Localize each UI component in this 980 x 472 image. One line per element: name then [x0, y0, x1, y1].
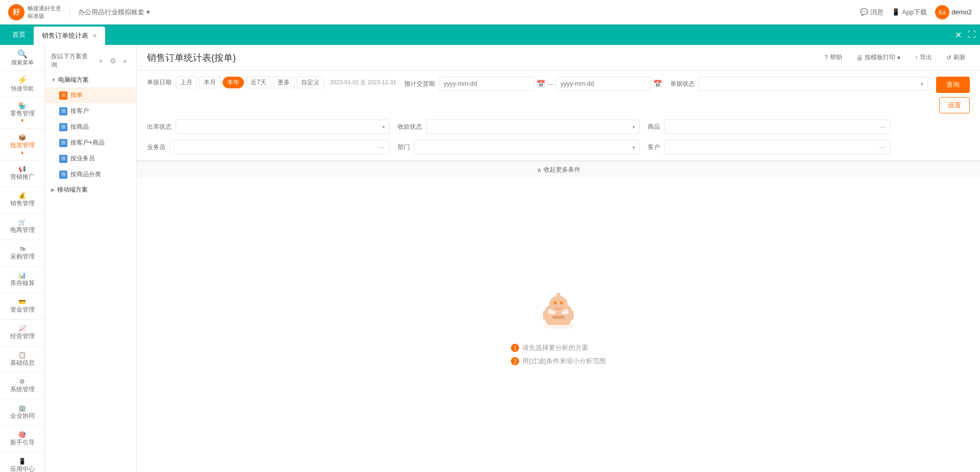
payment-status-select[interactable]: ▾	[426, 120, 640, 134]
svg-rect-4	[552, 316, 565, 319]
collapse-bar[interactable]: ∧ 收起更多条件	[137, 161, 980, 178]
scheme-item-by-salesperson[interactable]: 按 按业务员	[45, 151, 136, 167]
scheme-item-by-customer[interactable]: 按 按客户	[45, 103, 136, 119]
this-month-btn[interactable]: 本月	[199, 77, 220, 88]
last7days-btn[interactable]: 近7天	[246, 77, 271, 88]
shipment-status-select[interactable]: ▾	[176, 120, 389, 134]
payment-arrow-icon: ▾	[632, 124, 635, 130]
print-icon: 🖨	[856, 54, 863, 61]
empty-state-illustration	[533, 282, 584, 335]
sidebar-item-operations[interactable]: 📈 经营管理	[0, 320, 44, 346]
salesperson-dots-icon[interactable]: ···	[379, 143, 385, 151]
retail-icon: 🏪	[18, 102, 26, 109]
scheme-panel-header: 按以下方案查询 + ⚙ «	[45, 49, 136, 73]
scheme-item-by-category[interactable]: 按 按商品分类	[45, 167, 136, 182]
logo-area[interactable]: 好 畅捷通好生意 标准版	[8, 4, 61, 20]
delivery-end-calendar-icon[interactable]: 📅	[653, 80, 662, 88]
order-status-label: 单据状态	[670, 80, 695, 88]
scheme-item-by-goods[interactable]: 按 按商品	[45, 119, 136, 135]
newbie-icon: 🎯	[18, 431, 26, 438]
delivery-date-end-input[interactable]	[556, 77, 651, 91]
delivery-date-start-input[interactable]	[439, 77, 534, 91]
sidebar-shortcut[interactable]: ⚡ 快捷导航	[0, 71, 44, 97]
sidebar-item-enterprise[interactable]: 🏢 企业协同	[0, 399, 44, 426]
sidebar-item-marketing[interactable]: 📢 营销推广	[0, 160, 44, 187]
settings-scheme-button[interactable]: ⚙	[108, 56, 118, 66]
refresh-button[interactable]: ↺ 刷新	[942, 51, 970, 64]
custom-btn[interactable]: 自定义	[297, 77, 324, 88]
help-button[interactable]: ? 帮助	[820, 51, 846, 64]
scheme-item-by-customer-goods[interactable]: 按 按客户+商品	[45, 135, 136, 151]
customer-dots-icon[interactable]: ···	[879, 143, 886, 151]
sidebar-item-ecommerce[interactable]: 🛒 电商管理	[0, 214, 44, 240]
app-download-button[interactable]: 📱 App下载	[892, 8, 927, 17]
sidebar-item-finance[interactable]: 💳 资金管理	[0, 293, 44, 320]
pc-group-arrow: ▼	[51, 77, 56, 83]
order-status-select[interactable]: ▾	[699, 77, 928, 91]
tab-close-icon[interactable]: ✕	[92, 33, 97, 39]
department-select[interactable]: ▾	[414, 140, 640, 154]
salesperson-select[interactable]: ···	[169, 140, 389, 154]
tabs: 首页 销售订单统计表 ✕	[4, 25, 105, 45]
nav-separator	[69, 7, 70, 17]
inventory-icon: 📊	[18, 272, 26, 279]
window-close-icon[interactable]: ✕	[955, 30, 962, 40]
scheme-item-by-order[interactable]: 按 按单	[45, 87, 136, 103]
export-button[interactable]: ↑ 导出	[911, 51, 936, 64]
scheme-item-icon-goods: 按	[59, 123, 67, 131]
date-label: 单据日期	[147, 78, 172, 87]
scheme-item-icon-custgoods: 按	[59, 139, 67, 147]
page-header: 销售订单统计表(按单) ? 帮助 🖨 按模板打印 ▾ ↑	[137, 45, 980, 70]
svg-point-8	[554, 301, 557, 304]
content-area: 按以下方案查询 + ⚙ « ▼ 电脑端方案 按 按单 按 按客户	[45, 45, 980, 472]
scheme-group-mobile: ▶ 移动端方案	[45, 182, 136, 197]
scheme-panel: 按以下方案查询 + ⚙ « ▼ 电脑端方案 按 按单 按 按客户	[45, 45, 137, 472]
refresh-icon: ↺	[946, 54, 951, 61]
delivery-start-calendar-icon[interactable]: 📅	[536, 80, 545, 88]
svg-point-7	[549, 296, 568, 312]
logo-text: 畅捷通好生意 标准版	[28, 5, 61, 19]
goods-dots-icon[interactable]: ···	[879, 123, 886, 131]
sidebar-item-basic[interactable]: 📋 基础信息	[0, 346, 44, 373]
tab-home[interactable]: 首页	[4, 25, 34, 45]
sidebar-item-retail[interactable]: 🏪 零售管理 ▼	[0, 97, 44, 129]
date-separator: —	[547, 80, 554, 88]
this-year-btn[interactable]: 本年	[223, 77, 244, 88]
ecommerce-icon: 🛒	[18, 219, 26, 226]
svg-point-11	[556, 293, 560, 297]
scheme-group-pc-title[interactable]: ▼ 电脑端方案	[45, 73, 136, 87]
sidebar-item-newbie[interactable]: 🎯 新手引导	[0, 426, 44, 453]
sidebar-item-system[interactable]: ⚙ 系统管理	[0, 373, 44, 399]
collapse-scheme-button[interactable]: «	[120, 56, 130, 66]
query-button[interactable]: 查询	[936, 77, 970, 93]
sidebar-item-wholesale[interactable]: 📦 批发管理 ▲	[0, 129, 44, 160]
messages-button[interactable]: 💬 消息	[860, 8, 884, 17]
mobile-group-arrow: ▶	[51, 187, 55, 193]
tab-bar: 首页 销售订单统计表 ✕ ✕ ⛶	[0, 25, 980, 45]
scheme-group-mobile-title[interactable]: ▶ 移动端方案	[45, 182, 136, 197]
sidebar-search[interactable]: 🔍 搜索菜单	[0, 45, 44, 71]
empty-hint-1: 1 请先选择要分析的方案	[511, 341, 605, 355]
customer-select[interactable]: ···	[664, 140, 890, 154]
finance-icon: 💳	[18, 298, 26, 305]
sidebar-item-purchase[interactable]: 🛍 采购管理	[0, 240, 44, 267]
last-month-btn[interactable]: 上月	[176, 77, 197, 88]
help-icon: ?	[824, 54, 828, 61]
window-expand-icon[interactable]: ⛶	[968, 30, 976, 39]
tab-sales-order-stats[interactable]: 销售订单统计表 ✕	[34, 27, 105, 45]
expected-delivery-label: 预计交货期	[404, 80, 435, 88]
sidebar-item-inventory[interactable]: 📊 库存核算	[0, 267, 44, 293]
add-scheme-button[interactable]: +	[95, 56, 106, 66]
user-area[interactable]: Ea demo2	[935, 5, 972, 19]
sidebar-item-sales[interactable]: 💰 销售管理	[0, 187, 44, 214]
template-print-button[interactable]: 🖨 按模板打印 ▾	[852, 51, 904, 64]
empty-state: 1 请先选择要分析的方案 2 用[过滤]条件来缩小分析范围	[137, 178, 980, 472]
sidebar-item-apps[interactable]: 📱 应用中心	[0, 453, 44, 472]
settings-button[interactable]: 设置	[939, 97, 970, 113]
user-name: demo2	[951, 8, 972, 16]
module-selector[interactable]: 办公用品行业模拟账套 ▾	[78, 8, 150, 17]
goods-select[interactable]: ···	[664, 120, 890, 134]
more-btn[interactable]: 更多	[273, 77, 295, 88]
empty-hint-list: 1 请先选择要分析的方案 2 用[过滤]条件来缩小分析范围	[511, 341, 605, 368]
purchase-icon: 🛍	[19, 245, 26, 252]
